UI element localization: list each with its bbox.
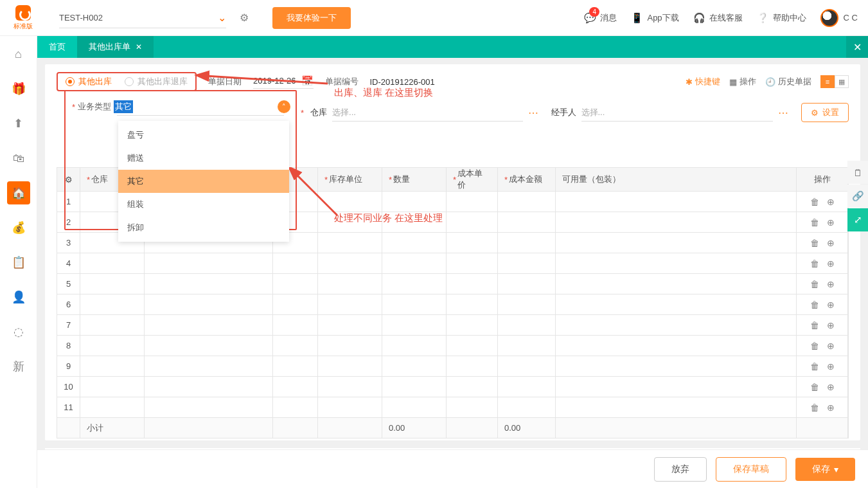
phone-icon: 📱 [631,12,643,24]
app-label: App下载 [647,12,678,24]
headset-icon: 🎧 [693,12,705,24]
user-name: C C [844,13,858,23]
top-header: 标准版 TEST-H002 ⌄ ⚙ 我要体验一下 💬 消息 4 📱 App下载 … [0,0,868,36]
chevron-down-icon: ⌄ [218,12,226,24]
logo-edition: 标准版 [13,22,33,31]
org-value: TEST-H002 [59,13,103,23]
cs-label: 在线客服 [709,12,743,24]
logo: 标准版 [10,5,36,31]
logo-icon [15,5,31,21]
message-badge: 4 [589,7,599,17]
org-select[interactable]: TEST-H002 ⌄ [59,8,226,28]
avatar[interactable] [820,9,838,27]
app-download-link[interactable]: 📱 App下载 [631,12,678,24]
help-center-link[interactable]: ❔ 帮助中心 [757,12,806,24]
try-button[interactable]: 我要体验一下 [272,7,351,29]
customer-service-link[interactable]: 🎧 在线客服 [693,12,743,24]
messages-label: 消息 [600,12,617,24]
help-label: 帮助中心 [773,12,806,24]
help-icon: ❔ [757,12,769,24]
settings-icon[interactable]: ⚙ [235,9,253,27]
messages-link[interactable]: 💬 消息 4 [584,12,617,24]
